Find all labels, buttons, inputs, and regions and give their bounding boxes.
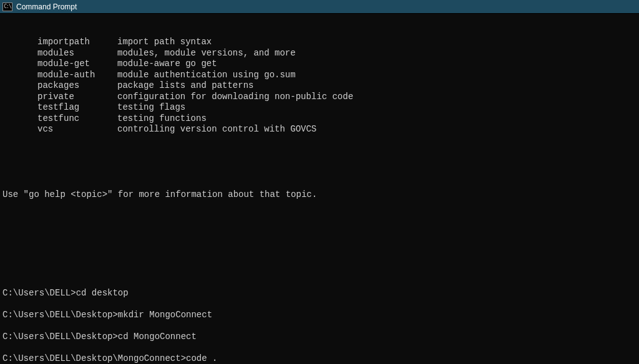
prompt-text: C:\Users\DELL\Desktop> [2,310,118,321]
history-line: C:\Users\DELL>cd desktop [2,288,639,299]
help-topic-description: modules, module versions, and more [117,48,639,59]
help-topic-name: private [2,92,117,103]
help-topic-name: testfunc [2,113,117,125]
help-topic-description: module authentication using go.sum [117,70,639,81]
help-footer: Use "go help <topic>" for more informati… [2,189,639,201]
help-topic-row: vcscontrolling version control with GOVC… [2,124,639,135]
help-topic-name: importpath [2,37,117,48]
help-topic-row: modulesmodules, module versions, and mor… [2,48,639,59]
help-topic-row: testflagtesting flags [2,102,639,113]
help-topic-row: testfunctesting functions [2,113,639,125]
help-topic-description: configuration for downloading non-public… [117,92,639,103]
help-topic-description: testing functions [117,113,639,125]
help-topic-description: package lists and patterns [117,80,639,92]
help-topic-row: module-authmodule authentication using g… [2,70,639,81]
help-topic-name: module-get [2,59,117,70]
history-line: C:\Users\DELL\Desktop\MongoConnect>code … [2,353,639,365]
terminal-output[interactable]: importpathimport path syntaxmodulesmodul… [0,14,639,364]
command-text: cd MongoConnect [118,332,197,343]
history-line: C:\Users\DELL\Desktop>cd MongoConnect [2,332,639,343]
help-topic-name: testflag [2,102,117,113]
command-text: code . [186,353,217,365]
command-text: cd desktop [76,288,129,299]
help-topic-name: vcs [2,124,117,135]
help-topic-row: privateconfiguration for downloading non… [2,92,639,103]
titlebar[interactable]: C:\ Command Prompt [0,0,639,14]
help-topic-name: modules [2,48,117,59]
prompt-text: C:\Users\DELL\Desktop\MongoConnect> [2,353,186,365]
help-topic-description: testing flags [117,102,639,113]
cmd-icon: C:\ [2,2,12,11]
help-topic-description: controlling version control with GOVCS [117,124,639,135]
help-topic-name: module-auth [2,70,117,81]
help-topic-description: import path syntax [117,37,639,48]
window-title: Command Prompt [16,2,77,11]
help-topic-name: packages [2,80,117,92]
help-topic-description: module-aware go get [117,59,639,70]
prompt-text: C:\Users\DELL> [2,288,76,299]
prompt-text: C:\Users\DELL\Desktop> [2,332,118,343]
help-topic-row: module-getmodule-aware go get [2,59,639,70]
help-topic-row: packagespackage lists and patterns [2,80,639,92]
command-text: mkdir MongoConnect [118,310,212,321]
history-line: C:\Users\DELL\Desktop>mkdir MongoConnect [2,310,639,321]
help-topic-row: importpathimport path syntax [2,37,639,48]
